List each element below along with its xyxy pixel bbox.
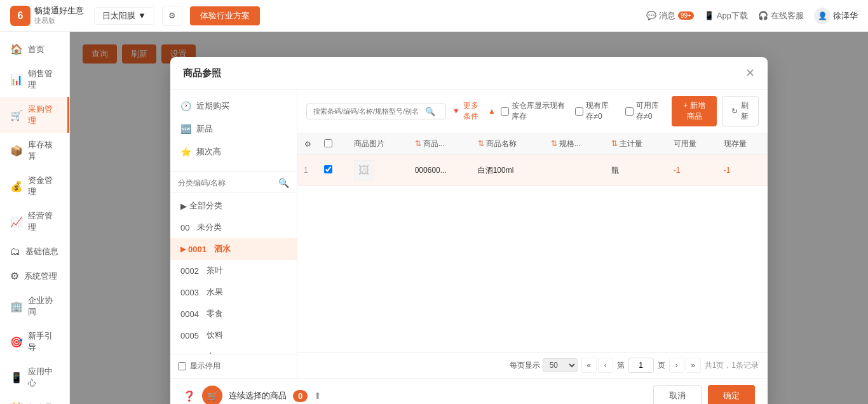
add-product-btn[interactable]: + 新增商品: [672, 96, 717, 126]
app-download-btn[interactable]: 📱 App下载: [704, 10, 748, 22]
sidebar-item-sales[interactable]: 📊 销售管理: [0, 62, 69, 97]
collapse-arrow-icon[interactable]: ⬆: [314, 391, 322, 401]
col-unit[interactable]: ⇅ 主计量: [605, 133, 667, 155]
checkbox-warehouse-stock[interactable]: 按仓库显示现有库存: [501, 100, 567, 122]
category-0002[interactable]: 0002 茶叶: [170, 260, 297, 281]
sidebar-item-enterprise[interactable]: 🏢 企业协同: [0, 288, 69, 324]
row-image: 🖼: [348, 155, 409, 186]
help-icon[interactable]: ❓: [183, 390, 196, 402]
basic-info-icon: 🗂: [10, 246, 20, 257]
pagination: 每页显示 50 10 20 100 « ‹: [297, 352, 768, 378]
cart-icon[interactable]: 🛒: [202, 386, 222, 404]
content-area: 查询 刷新 设置 商品参照 ✕ 🕐: [70, 32, 868, 404]
checkbox-available-stock[interactable]: 可用库存≠0: [625, 100, 667, 122]
next-page-btn[interactable]: ›: [669, 358, 684, 373]
more-filter-btn[interactable]: 🔻 更多条件 ▲: [451, 100, 496, 122]
prev-page-btn[interactable]: ‹: [598, 358, 613, 373]
star-icon: ⭐: [180, 147, 191, 157]
category-0004[interactable]: 0004 零食: [170, 303, 297, 325]
category-list: ▶ 全部分类 00 未分类 ▶ 0001 酒水 0002 茶: [170, 192, 297, 354]
confirm-btn[interactable]: 确定: [708, 385, 755, 404]
footer-left: ❓ 🛒 连续选择的商品 0 ⬆: [183, 386, 322, 404]
enterprise-icon: 🏢: [10, 300, 23, 313]
last-page-btn[interactable]: »: [686, 358, 701, 373]
frequent-tab[interactable]: ⭐ 频次高: [170, 140, 297, 163]
sidebar-item-guide[interactable]: 🎯 新手引导: [0, 324, 69, 360]
logo-area: 6 畅捷通好生意 捷易版: [10, 6, 86, 26]
col-settings[interactable]: ⚙: [297, 133, 318, 155]
row-code: 000600...: [409, 155, 471, 186]
sidebar-item-member[interactable]: 👑 畅会员: [0, 395, 69, 404]
product-search-input[interactable]: [313, 107, 421, 115]
recent-purchase-tab[interactable]: 🕐 近期购买: [170, 95, 297, 118]
row-name: 白酒100ml: [471, 155, 545, 186]
inventory-icon: 📦: [10, 145, 23, 157]
col-name[interactable]: ⇅ 商品名称: [471, 133, 545, 155]
online-service-btn[interactable]: 🎧 在线客服: [758, 10, 804, 22]
select-all-checkbox[interactable]: [324, 139, 332, 147]
checkbox-current-stock[interactable]: 现有库存≠0: [575, 100, 616, 122]
right-panel: 🔍 🔻 更多条件 ▲ 按仓库显示现有库存: [297, 90, 768, 378]
sort-icon-spec: ⇅: [551, 139, 557, 148]
sidebar-item-inventory[interactable]: 📦 库存核算: [0, 133, 69, 168]
row-checkbox[interactable]: [318, 155, 348, 186]
clock-icon: 🕐: [180, 101, 191, 111]
row-spec: [545, 155, 605, 186]
sidebar-item-home[interactable]: 🏠 首页: [0, 37, 69, 62]
category-0001[interactable]: ▶ 0001 酒水: [170, 238, 297, 260]
category-00[interactable]: 00 未分类: [170, 217, 297, 238]
settings-btn[interactable]: ⚙: [162, 6, 182, 26]
user-avatar[interactable]: 👤 徐泽华: [814, 8, 858, 24]
member-icon: 👑: [10, 401, 23, 404]
col-spec[interactable]: ⇅ 规格...: [545, 133, 605, 155]
apps-icon: 📱: [10, 372, 23, 384]
first-page-btn[interactable]: «: [581, 358, 597, 373]
finance-icon: 💰: [10, 180, 23, 192]
product-search-bar[interactable]: 🔍: [306, 104, 446, 119]
sidebar-item-basic-info[interactable]: 🗂 基础信息: [0, 239, 69, 264]
sidebar-item-finance[interactable]: 💰 资金管理: [0, 168, 69, 204]
page-nav: « ‹ 第 页 › »: [581, 358, 701, 373]
category-0003[interactable]: 0003 水果: [170, 281, 297, 303]
sidebar-item-system[interactable]: ⚙ 系统管理: [0, 264, 69, 288]
sort-icon: ⇅: [415, 139, 421, 148]
product-table: ⚙ 商品图片 ⇅ 商品... ⇅ 商品名称 ⇅ 规格... ⇅ 主计量 可用量: [297, 133, 768, 186]
category-0008[interactable]: 0008 水: [170, 346, 297, 354]
sort-icon-name: ⇅: [478, 139, 484, 148]
page-size-selector: 每页显示 50 10 20 100: [510, 358, 578, 372]
page-number-input[interactable]: [628, 358, 654, 373]
col-checkbox-all[interactable]: [318, 133, 348, 155]
toolbar-actions: + 新增商品 ↻ 刷新: [672, 96, 759, 126]
left-panel-tabs: 🕐 近期购买 🆕 新品 ⭐ 频次高: [170, 90, 297, 168]
continuous-label: 连续选择的商品: [229, 390, 287, 401]
product-search-icon[interactable]: 🔍: [425, 107, 435, 116]
page-info: 共1页，1条记录: [705, 360, 759, 371]
home-icon: 🏠: [10, 43, 23, 55]
main-layout: 🏠 首页 📊 销售管理 🛒 采购管理 📦 库存核算 💰 资金管理 📈 经营管理 …: [0, 32, 868, 404]
sort-icon-unit: ⇅: [611, 139, 618, 148]
show-disabled-checkbox[interactable]: [178, 362, 186, 370]
refresh-btn[interactable]: ↻ 刷新: [722, 96, 759, 126]
table-header-row: ⚙ 商品图片 ⇅ 商品... ⇅ 商品名称 ⇅ 规格... ⇅ 主计量 可用量: [297, 133, 768, 155]
category-search-input[interactable]: [178, 178, 275, 187]
top-nav: 6 畅捷通好生意 捷易版 日太阳膜 ▼ ⚙ 体验行业方案 💬 消息 99+ 📱 …: [0, 0, 868, 32]
cancel-btn[interactable]: 取消: [653, 385, 702, 404]
new-icon: 🆕: [180, 124, 191, 134]
message-btn[interactable]: 💬 消息 99+: [646, 10, 694, 22]
table-row[interactable]: 1 🖼 000600... 白酒100ml 瓶: [297, 155, 768, 186]
nav-selector[interactable]: 日太阳膜 ▼: [94, 7, 154, 25]
trial-btn[interactable]: 体验行业方案: [190, 6, 260, 25]
dialog-title: 商品参照: [183, 67, 221, 79]
sidebar-item-apps[interactable]: 📱 应用中心: [0, 360, 69, 395]
col-code[interactable]: ⇅ 商品...: [409, 133, 471, 155]
page-size-select[interactable]: 50 10 20 100: [543, 358, 578, 372]
dialog-close-btn[interactable]: ✕: [745, 66, 755, 80]
sidebar-item-operations[interactable]: 📈 经营管理: [0, 204, 69, 239]
sidebar-item-purchase[interactable]: 🛒 采购管理: [0, 97, 69, 133]
category-0005[interactable]: 0005 饮料: [170, 325, 297, 346]
category-all[interactable]: ▶ 全部分类: [170, 195, 297, 217]
new-products-tab[interactable]: 🆕 新品: [170, 118, 297, 140]
operations-icon: 📈: [10, 216, 23, 228]
category-search-icon[interactable]: 🔍: [278, 178, 289, 188]
product-table-container: ⚙ 商品图片 ⇅ 商品... ⇅ 商品名称 ⇅ 规格... ⇅ 主计量 可用量: [297, 133, 768, 352]
